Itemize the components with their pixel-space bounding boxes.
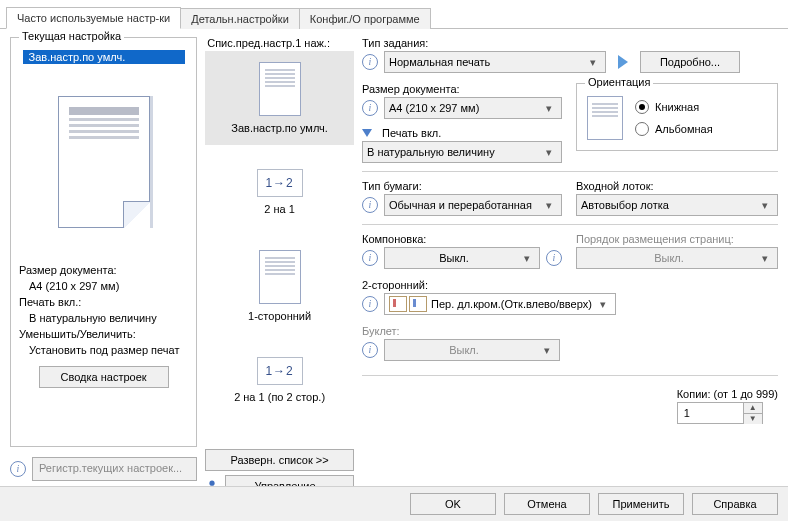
info-icon[interactable]: i bbox=[362, 197, 378, 213]
one-click-list-label: Спис.пред.настр.1 наж.: bbox=[207, 37, 354, 49]
doc-size-label: Размер документа: bbox=[362, 83, 562, 95]
chevron-down-icon: ▾ bbox=[541, 199, 557, 212]
page-order-value: Выкл. bbox=[581, 252, 757, 264]
info-icon[interactable]: i bbox=[546, 250, 562, 266]
tab-config-about[interactable]: Конфиг./О программе bbox=[299, 8, 431, 29]
page-order-combo: Выкл. ▾ bbox=[576, 247, 778, 269]
info-icon[interactable]: i bbox=[362, 342, 378, 358]
page-preview bbox=[58, 96, 150, 228]
preset-item[interactable]: Зав.настр.по умлч. bbox=[205, 51, 354, 145]
two-sided-value: Пер. дл.кром.(Отк.влево/вверх) bbox=[431, 298, 595, 310]
doc-size-value: A4 (210 x 297 мм) bbox=[29, 278, 188, 294]
info-icon[interactable]: i bbox=[362, 296, 378, 312]
page-icon bbox=[259, 250, 301, 304]
booklet-combo: Выкл. ▾ bbox=[384, 339, 560, 361]
help-button[interactable]: Справка bbox=[692, 493, 778, 515]
orientation-landscape-label: Альбомная bbox=[655, 123, 713, 135]
booklet-value: Выкл. bbox=[389, 344, 539, 356]
preset-item[interactable]: 1→22 на 1 bbox=[205, 145, 354, 239]
input-tray-combo[interactable]: Автовыбор лотка ▾ bbox=[576, 194, 778, 216]
dialog-footer: OK Отмена Применить Справка bbox=[0, 486, 788, 521]
print-on-value: В натуральную величину bbox=[29, 310, 188, 326]
chevron-down-icon: ▾ bbox=[541, 146, 557, 159]
job-type-combo[interactable]: Нормальная печать ▾ bbox=[384, 51, 606, 73]
two-sided-combo[interactable]: Пер. дл.кром.(Отк.влево/вверх) ▾ bbox=[384, 293, 616, 315]
page-order-label: Порядок размещения страниц: bbox=[576, 233, 778, 245]
apply-button[interactable]: Применить bbox=[598, 493, 684, 515]
print-on-value: В натуральную величину bbox=[367, 146, 541, 158]
two-sided-icons bbox=[389, 296, 427, 312]
layout-label: Компоновка: bbox=[362, 233, 562, 245]
orientation-portrait-label: Книжная bbox=[655, 101, 699, 113]
info-icon[interactable]: i bbox=[362, 100, 378, 116]
input-tray-label: Входной лоток: bbox=[576, 180, 778, 192]
tab-frequently-used[interactable]: Часто используемые настр-ки bbox=[6, 7, 181, 29]
tabstrip: Часто используемые настр-ки Детальн.наст… bbox=[0, 0, 788, 29]
orientation-landscape-radio[interactable]: Альбомная bbox=[635, 122, 713, 136]
copies-label: Копии: (от 1 до 999) bbox=[677, 388, 778, 400]
chevron-down-icon: ▾ bbox=[541, 102, 557, 115]
print-on-label: Печать вкл. bbox=[382, 127, 441, 139]
paper-type-combo[interactable]: Обычная и переработанная ▾ bbox=[384, 194, 562, 216]
expand-list-button[interactable]: Разверн. список >> bbox=[205, 449, 354, 471]
chevron-down-icon: ▾ bbox=[539, 344, 555, 357]
chevron-down-icon: ▾ bbox=[519, 252, 535, 265]
doc-size-combo[interactable]: A4 (210 x 297 мм) ▾ bbox=[384, 97, 562, 119]
chevron-down-icon: ▾ bbox=[757, 252, 773, 265]
orientation-portrait-radio[interactable]: Книжная bbox=[635, 100, 713, 114]
preset-item[interactable]: 1→22 на 1 (по 2 стор.) bbox=[205, 333, 354, 427]
tab-detail-settings[interactable]: Детальн.настройки bbox=[180, 8, 300, 29]
details-button[interactable]: Подробно... bbox=[640, 51, 740, 73]
arrow-down-icon bbox=[362, 129, 372, 137]
job-type-value: Нормальная печать bbox=[389, 56, 585, 68]
current-preset-name[interactable]: Зав.настр.по умлч. bbox=[23, 50, 185, 64]
one-to-two-icon: 1→2 bbox=[257, 357, 303, 385]
preset-label: Зав.настр.по умлч. bbox=[231, 122, 328, 134]
paper-type-value: Обычная и переработанная bbox=[389, 199, 541, 211]
info-icon[interactable]: i bbox=[362, 250, 378, 266]
current-setting-legend: Текущая настройка bbox=[19, 30, 124, 42]
chevron-down-icon: ▾ bbox=[757, 199, 773, 212]
print-on-combo[interactable]: В натуральную величину ▾ bbox=[362, 141, 562, 163]
layout-combo[interactable]: Выкл. ▾ bbox=[384, 247, 540, 269]
preset-item[interactable]: 1-сторонний bbox=[205, 239, 354, 333]
one-to-two-icon: 1→2 bbox=[257, 169, 303, 197]
print-on-label: Печать вкл.: bbox=[19, 294, 188, 310]
orientation-preview bbox=[587, 96, 623, 140]
fit-value: Установить под размер печат bbox=[29, 342, 188, 358]
preset-label: 2 на 1 (по 2 стор.) bbox=[234, 391, 325, 403]
ok-button[interactable]: OK bbox=[410, 493, 496, 515]
register-current-settings-button[interactable]: Регистр.текущих настроек... bbox=[32, 457, 197, 481]
two-sided-label: 2-сторонний: bbox=[362, 279, 778, 291]
spin-up-icon[interactable]: ▲ bbox=[744, 403, 762, 414]
preset-label: 2 на 1 bbox=[264, 203, 295, 215]
paper-type-label: Тип бумаги: bbox=[362, 180, 562, 192]
orientation-legend: Ориентация bbox=[585, 76, 653, 88]
copies-value[interactable]: 1 bbox=[678, 407, 743, 419]
preset-label: 1-сторонний bbox=[248, 310, 311, 322]
page-icon bbox=[259, 62, 301, 116]
settings-summary-button[interactable]: Сводка настроек bbox=[39, 366, 169, 388]
chevron-down-icon: ▾ bbox=[585, 56, 601, 69]
chevron-down-icon: ▾ bbox=[595, 298, 611, 311]
copies-spinner[interactable]: 1 ▲▼ bbox=[677, 402, 763, 424]
booklet-label: Буклет: bbox=[362, 325, 778, 337]
input-tray-value: Автовыбор лотка bbox=[581, 199, 757, 211]
job-type-label: Тип задания: bbox=[362, 37, 778, 49]
doc-size-value: A4 (210 x 297 мм) bbox=[389, 102, 541, 114]
play-icon[interactable] bbox=[618, 55, 628, 69]
spin-down-icon[interactable]: ▼ bbox=[744, 414, 762, 424]
info-icon[interactable]: i bbox=[362, 54, 378, 70]
orientation-group: Ориентация Книжная Альбомная bbox=[576, 83, 778, 151]
one-click-preset-list[interactable]: Зав.настр.по умлч.1→22 на 11-сторонний1→… bbox=[205, 51, 354, 443]
current-settings-summary: Размер документа: A4 (210 x 297 мм) Печа… bbox=[19, 262, 188, 358]
cancel-button[interactable]: Отмена bbox=[504, 493, 590, 515]
current-setting-group: Текущая настройка Зав.настр.по умлч. Раз… bbox=[10, 37, 197, 447]
doc-size-label: Размер документа: bbox=[19, 262, 188, 278]
info-icon[interactable]: i bbox=[10, 461, 26, 477]
layout-value: Выкл. bbox=[389, 252, 519, 264]
fit-label: Уменьшить/Увеличить: bbox=[19, 326, 188, 342]
